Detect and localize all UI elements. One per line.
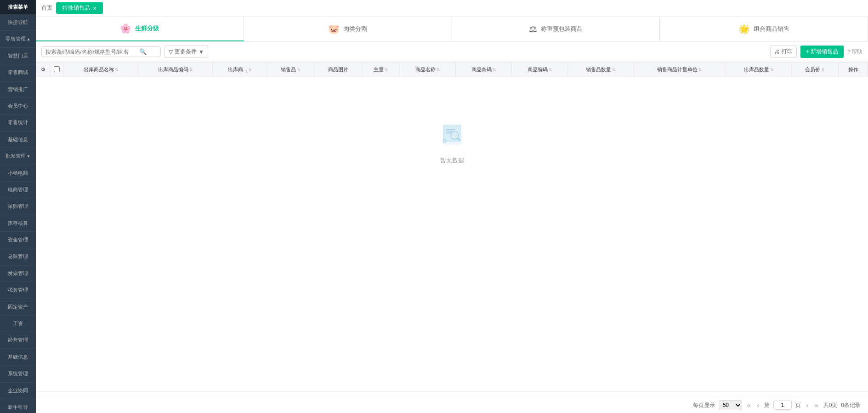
sidebar-item-marketing[interactable]: 营销推广 (0, 81, 36, 98)
sidebar-item-basic-info-2[interactable]: 基础信息 (0, 349, 36, 366)
table-col-operation: 操作 (839, 63, 868, 77)
toolbar: 🔍 ▽ 更多条件 ▼ 🖨 打印 + 新增销售品 ? 帮助 (36, 42, 868, 62)
first-page-btn[interactable]: « (746, 402, 752, 409)
search-input[interactable] (45, 49, 137, 55)
tab-weight-prepack-label: 称重预包装商品 (541, 25, 583, 33)
sidebar-item-business-mgmt[interactable]: 经营管理 (0, 332, 36, 349)
page-input[interactable] (773, 401, 792, 410)
table-col-settings[interactable]: ⚙ (36, 63, 50, 77)
table-col-out-product-name[interactable]: 出库商品名称⇅ (64, 63, 138, 77)
sort-icon-7: ⇅ (493, 68, 496, 72)
add-sale-product-button[interactable]: + 新增销售品 (800, 46, 844, 58)
topbar: 首页 特殊销售品 × (36, 0, 868, 17)
sidebar-logo[interactable]: 搜索菜单 (0, 0, 36, 14)
tab-weight-prepack[interactable]: ⚖ 称重预包装商品 (452, 17, 660, 41)
table-col-sale-product[interactable]: 销售品⇅ (267, 63, 314, 77)
sidebar-item-small-ecom[interactable]: 小畅电商 (0, 165, 36, 182)
table-header-row: ⚙ 出库商品名称⇅ 出库商品编码⇅ 出库商...⇅ 销售品⇅ 商品图片 主量⇅ … (36, 63, 868, 77)
sort-icon-9: ⇅ (612, 68, 616, 72)
sidebar-item-retail-stats[interactable]: 零售统计 (0, 115, 36, 131)
sidebar-item-basic-info-1[interactable]: 基础信息 (0, 132, 36, 148)
sidebar-item-smart-store[interactable]: 智慧门店 (0, 48, 36, 64)
tab-fresh-grade[interactable]: 🌸 生鲜分级 (36, 17, 244, 41)
chevron-icon-2: ▼ (27, 154, 31, 160)
horizontal-scrollbar[interactable] (36, 391, 868, 397)
search-icon[interactable]: 🔍 (139, 48, 147, 55)
table-col-sale-unit[interactable]: 销售商品计量单位⇅ (633, 63, 726, 77)
help-icon: ? (847, 49, 851, 55)
empty-state-illustration (434, 114, 471, 151)
sidebar-item-guide[interactable]: 新手引导 (0, 399, 36, 413)
svg-point-10 (443, 140, 445, 142)
tab-meat-cut-label: 肉类分割 (343, 25, 367, 33)
search-box[interactable]: 🔍 (41, 46, 161, 57)
page-content: 🌸 生鲜分级 🐷 肉类分割 ⚖ 称重预包装商品 🌟 组合商品销售 🔍 (36, 17, 868, 413)
sidebar-item-ecom-mgmt[interactable]: 电商管理 (0, 182, 36, 198)
sort-icon-8: ⇅ (549, 68, 552, 72)
sidebar-item-fixed-assets[interactable]: 固定资产 (0, 299, 36, 315)
sidebar-item-invoice-mgmt[interactable]: 发票管理 (0, 265, 36, 282)
topbar-home-link[interactable]: 首页 (41, 4, 52, 12)
sidebar-item-finance-mgmt[interactable]: 资金管理 (0, 232, 36, 248)
sidebar-item-wholesale-mgmt[interactable]: 批发管理 ▼ (0, 148, 36, 165)
tab-combo-sale-label: 组合商品销售 (754, 25, 789, 33)
print-button[interactable]: 🖨 打印 (770, 46, 797, 58)
filter-label: 更多条件 (175, 48, 197, 56)
table-col-out-product-x[interactable]: 出库商...⇅ (213, 63, 267, 77)
main-content: 首页 特殊销售品 × 🌸 生鲜分级 🐷 肉类分割 ⚖ 称重预包装商品 🌟 组合商… (36, 0, 868, 413)
pagination: 每页显示 50 10 20 100 « ‹ 第 页 › » 共0页 0条记录 (36, 397, 868, 413)
toolbar-right: 🖨 打印 + 新增销售品 ? 帮助 (770, 46, 862, 58)
filter-icon: ▽ (169, 49, 173, 55)
sidebar-item-quick-nav[interactable]: 快捷导航 (0, 14, 36, 31)
filter-arrow-icon: ▼ (199, 49, 204, 55)
sidebar-item-retail-mall[interactable]: 零售商城 (0, 64, 36, 81)
table-col-product-name[interactable]: 商品名称⇅ (400, 63, 456, 77)
tab-fresh-grade-label: 生鲜分级 (135, 24, 159, 33)
sidebar-item-salary[interactable]: 工资 (0, 315, 36, 332)
table-col-checkbox[interactable] (50, 63, 64, 77)
svg-rect-4 (446, 131, 453, 132)
sidebar-item-inventory[interactable]: 库存核算 (0, 215, 36, 232)
filter-button[interactable]: ▽ 更多条件 ▼ (165, 46, 208, 58)
prev-page-btn[interactable]: ‹ (755, 402, 760, 409)
tab-meat-cut[interactable]: 🐷 肉类分割 (244, 17, 452, 41)
table-col-product-code[interactable]: 商品编码⇅ (512, 63, 568, 77)
table-col-product-barcode[interactable]: 商品条码⇅ (456, 63, 512, 77)
sidebar-item-system-mgmt[interactable]: 系统管理 (0, 366, 36, 382)
topbar-tab-close[interactable]: × (93, 5, 96, 11)
tab-combo-sale[interactable]: 🌟 组合商品销售 (660, 17, 868, 41)
meat-cut-icon: 🐷 (328, 23, 340, 34)
next-page-btn[interactable]: › (805, 402, 810, 409)
sort-icon-3: ⇅ (248, 68, 252, 72)
per-page-select[interactable]: 50 10 20 100 (719, 400, 742, 410)
table-col-out-product-code[interactable]: 出库商品编码⇅ (138, 63, 213, 77)
sidebar-item-retail-mgmt[interactable]: 零售管理 ▲ (0, 31, 36, 47)
sort-icon-10: ⇅ (698, 68, 702, 72)
empty-state: 暂无数据 (36, 77, 868, 201)
table-col-out-qty[interactable]: 出库品数量⇅ (726, 63, 791, 77)
sort-icon: ⇅ (115, 68, 119, 72)
total-count-label: 0条记录 (841, 402, 861, 409)
svg-rect-3 (446, 129, 455, 130)
help-button[interactable]: ? 帮助 (847, 48, 862, 56)
empty-state-text: 暂无数据 (440, 156, 464, 165)
table-col-member-price[interactable]: 会员价⇅ (792, 63, 839, 77)
sidebar-item-purchase-mgmt[interactable]: 采购管理 (0, 198, 36, 215)
table-col-sale-qty[interactable]: 销售品数量⇅ (568, 63, 633, 77)
sidebar-item-general-ledger[interactable]: 总账管理 (0, 248, 36, 265)
print-label: 打印 (782, 48, 793, 56)
page-suffix: 页 (795, 402, 801, 409)
sidebar-item-tax-mgmt[interactable]: 税务管理 (0, 282, 36, 298)
table-col-main-qty[interactable]: 主量⇅ (362, 63, 400, 77)
sidebar-item-enterprise-collab[interactable]: 企业协同 (0, 383, 36, 399)
last-page-btn[interactable]: » (813, 402, 820, 409)
page-label: 第 (764, 402, 770, 409)
total-pages-label: 共0页 (823, 402, 838, 409)
data-table-container: ⚙ 出库商品名称⇅ 出库商品编码⇅ 出库商...⇅ 销售品⇅ 商品图片 主量⇅ … (36, 62, 868, 391)
topbar-active-tab[interactable]: 特殊销售品 × (56, 2, 103, 14)
sidebar-item-member-center[interactable]: 会员中心 (0, 98, 36, 115)
sort-icon-2: ⇅ (189, 68, 193, 72)
weight-prepack-icon: ⚖ (529, 23, 537, 34)
svg-point-7 (452, 133, 457, 138)
select-all-checkbox[interactable] (54, 66, 60, 72)
